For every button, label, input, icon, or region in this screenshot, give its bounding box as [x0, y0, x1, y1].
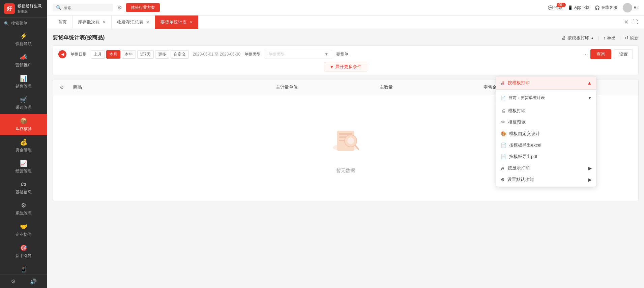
sidebar-nav: ⚡ 快捷导航 📣 营销推广 📊 销售管理 🛒 采购管理 📦 库存核算 💰 资金管… — [0, 29, 47, 275]
export-button[interactable]: ↑ 导出 — [603, 35, 616, 41]
empty-state-text: 暂无数据 — [336, 168, 355, 174]
basic-info-icon: 🗂 — [21, 181, 27, 188]
tab-order-stats-close[interactable]: ✕ — [189, 20, 193, 25]
dropdown-header: 🖨 按模板打印 ▲ — [496, 76, 596, 90]
sidebar-item-label: 库存核算 — [16, 126, 32, 132]
current-template-section: 📄 当前：要货单统计表 ▼ — [496, 91, 596, 105]
tab-order-stats[interactable]: 要货单统计表 ✕ — [155, 15, 199, 29]
settings-button[interactable]: 设置 — [614, 49, 633, 59]
date-btn-this-month[interactable]: 本月 — [106, 50, 120, 59]
sidebar-item-label: 经营管理 — [16, 168, 32, 174]
marketing-icon: 📣 — [20, 54, 27, 61]
dropdown-print-icon: 🖨 — [501, 81, 505, 86]
dropdown-collapse-icon[interactable]: ▲ — [587, 80, 592, 86]
date-btn-last-month[interactable]: 上月 — [91, 50, 105, 59]
app-edition: 标准版 — [18, 9, 42, 14]
tabbar-right: ✕ ⛶ — [623, 18, 639, 26]
tab-batch-account[interactable]: 库存批次账 ✕ — [72, 15, 112, 29]
inventory-icon: 📦 — [20, 117, 27, 125]
sidebar-item-system[interactable]: ⚙ 系统管理 — [0, 198, 47, 220]
sidebar-item-guide[interactable]: 🎯 新手引导 — [0, 241, 47, 262]
tab-receipt-summary-close[interactable]: ✕ — [146, 20, 149, 25]
tab-close-window-icon[interactable]: ✕ — [623, 18, 629, 26]
type-filter-select[interactable]: 单据类型 ▼ — [265, 50, 332, 59]
template-pdf-icon: 📄 — [501, 154, 506, 159]
sidebar-item-label: 快捷导航 — [16, 41, 32, 47]
settings-bottom-icon[interactable]: ⚙ — [11, 278, 16, 285]
template-preview-item[interactable]: 👁 模板预览 — [496, 117, 596, 128]
sidebar-item-label: 采购管理 — [16, 105, 32, 110]
sidebar-item-label: 营销推广 — [16, 62, 32, 68]
sidebar-item-enterprise[interactable]: 🤝 企业协同 — [0, 220, 47, 241]
date-btn-custom[interactable]: 自定义 — [171, 50, 189, 59]
topbar-actions: 💬 消息 99+ 📱 App下载 🎧 在线客服 Rit — [548, 3, 639, 12]
refresh-btn-label: 刷新 — [630, 35, 639, 41]
current-template-label: 当前：要货单统计表 — [508, 95, 545, 101]
sidebar-item-basic-info[interactable]: 🗂 基础信息 — [0, 178, 47, 198]
expand-filter-button[interactable]: ▼ 展开更多条件 — [324, 62, 368, 71]
enterprise-icon: 🤝 — [20, 223, 27, 230]
current-template-header[interactable]: 📄 当前：要货单统计表 ▼ — [501, 94, 592, 102]
topbar-gear-icon[interactable]: ⚙ — [117, 4, 122, 11]
tab-order-stats-label: 要货单统计表 — [160, 19, 187, 25]
default-func-label: 设置默认功能 — [507, 177, 534, 183]
col-product-header: 商品 — [70, 82, 273, 92]
sidebar-item-operations[interactable]: 📈 经营管理 — [0, 156, 47, 178]
more-options-icon[interactable]: ··· — [583, 51, 588, 57]
dropdown-header-label: 按模板打印 — [508, 80, 530, 86]
default-func-icon: ⚙ — [501, 177, 505, 182]
refresh-button[interactable]: ↺ 刷新 — [625, 35, 639, 41]
default-func-item[interactable]: ⚙ 设置默认功能 ▶ — [496, 174, 596, 185]
sidebar-item-app-center[interactable]: 📱 应用中心 — [0, 262, 47, 275]
volume-bottom-icon[interactable]: 🔊 — [30, 278, 37, 285]
sidebar-item-inventory[interactable]: 📦 库存核算 — [0, 114, 47, 135]
sidebar-item-quick-nav[interactable]: ⚡ 快捷导航 — [0, 29, 47, 50]
collapse-arrow-icon: ◀ — [61, 52, 64, 57]
industry-solution-button[interactable]: 体验行业方案 — [126, 3, 160, 12]
date-btn-7-days[interactable]: 近7天 — [137, 50, 154, 59]
tab-batch-account-label: 库存批次账 — [78, 19, 100, 25]
sidebar-item-purchase[interactable]: 🛒 采购管理 — [0, 93, 47, 114]
table-gear-icon[interactable]: ⚙ — [60, 85, 64, 90]
topbar-search-box[interactable]: 🔍 — [53, 4, 113, 11]
app-logo-icon: 好 — [4, 3, 15, 14]
display-print-item[interactable]: 🖨 按显示打印 ▶ — [496, 162, 596, 174]
topbar: 🔍 ⚙ 体验行业方案 💬 消息 99+ 📱 App下载 🎧 在线客服 Rit — [47, 0, 644, 15]
user-avatar-action[interactable]: Rit — [623, 3, 639, 12]
user-avatar — [623, 3, 632, 12]
display-print-label: 按显示打印 — [508, 165, 530, 171]
date-btn-this-year[interactable]: 本年 — [122, 50, 136, 59]
system-icon: ⚙ — [21, 202, 26, 209]
tab-home[interactable]: 首页 — [53, 15, 72, 29]
expand-label: 展开更多条件 — [335, 64, 361, 70]
separator-2: | — [620, 35, 621, 40]
sidebar-item-sales[interactable]: 📊 销售管理 — [0, 71, 47, 93]
quick-nav-icon: ⚡ — [20, 32, 27, 40]
date-btn-more[interactable]: 更多 — [155, 50, 169, 59]
template-print-label: 模板打印 — [508, 108, 526, 114]
message-action[interactable]: 💬 消息 99+ — [548, 5, 562, 10]
template-print-item[interactable]: 🖨 模板打印 — [496, 105, 596, 117]
date-filter-label: 单据日期 — [70, 52, 87, 57]
expand-icon: ▼ — [330, 64, 334, 69]
template-custom-item[interactable]: 🎨 模板自定义设计 — [496, 128, 596, 139]
sidebar-item-finance[interactable]: 💰 资金管理 — [0, 135, 47, 156]
template-pdf-item[interactable]: 📄 按模板导出pdf — [496, 151, 596, 162]
sidebar-item-marketing[interactable]: 📣 营销推广 — [0, 50, 47, 71]
page-title: 要货单统计表(按商品) — [53, 34, 105, 41]
tab-batch-account-close[interactable]: ✕ — [103, 20, 106, 25]
sidebar: 好 畅捷通好生意 标准版 🔍 搜索菜单 ⚡ 快捷导航 📣 营销推广 📊 销售管理… — [0, 0, 47, 288]
print-template-button[interactable]: 🖨 按模板打印 ▲ — [562, 35, 594, 41]
tab-receipt-summary[interactable]: 收发存汇总表 ✕ — [112, 15, 155, 29]
online-service-action[interactable]: 🎧 在线客服 — [595, 5, 617, 10]
sidebar-search[interactable]: 🔍 搜索菜单 — [0, 18, 47, 29]
template-excel-icon: 📄 — [501, 142, 506, 148]
template-excel-item[interactable]: 📄 按模板导出excel — [496, 139, 596, 151]
template-custom-icon: 🎨 — [501, 131, 506, 136]
app-download-action[interactable]: 📱 App下载 — [568, 5, 589, 10]
tab-maximize-window-icon[interactable]: ⛶ — [632, 19, 639, 26]
topbar-search-input[interactable] — [63, 5, 110, 10]
filter-right-actions: ··· 查询 设置 — [583, 49, 633, 59]
query-button[interactable]: 查询 — [590, 49, 611, 59]
filter-collapse-icon[interactable]: ◀ — [58, 50, 66, 58]
